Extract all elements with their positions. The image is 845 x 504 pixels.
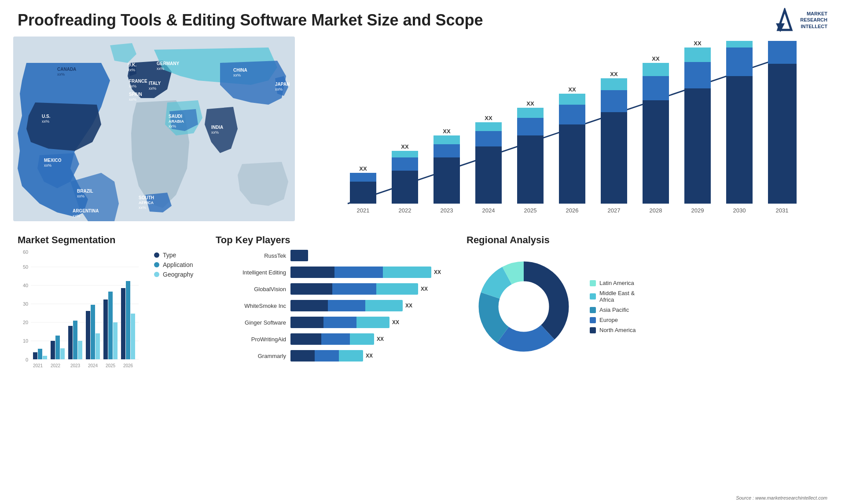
svg-text:10: 10	[23, 338, 28, 343]
reg-legend-label: Latin America	[599, 280, 634, 286]
svg-text:20: 20	[23, 320, 28, 325]
seg-chart-area: 0 10 20 30 40 50 60	[18, 249, 141, 373]
svg-text:2023: 2023	[70, 363, 81, 368]
svg-text:U.S.: U.S.	[42, 114, 51, 119]
svg-rect-62	[601, 78, 627, 90]
logo-area: MARKET RESEARCH INTELLECT	[774, 8, 827, 32]
svg-rect-106	[51, 341, 55, 359]
player-val: XX	[377, 336, 384, 342]
svg-text:2030: 2030	[733, 207, 746, 214]
svg-rect-41	[392, 157, 418, 171]
svg-text:MEXICO: MEXICO	[44, 158, 62, 163]
europe-dot	[590, 317, 596, 323]
svg-text:xx%: xx%	[129, 97, 136, 102]
reg-legend-label: Asia Pacific	[599, 307, 629, 313]
player-bar	[290, 317, 389, 328]
svg-text:ARGENTINA: ARGENTINA	[73, 208, 99, 213]
svg-text:xx%: xx%	[157, 66, 164, 71]
logo-icon	[774, 8, 796, 32]
svg-text:50: 50	[23, 264, 28, 270]
svg-rect-38	[350, 173, 376, 182]
svg-text:2031: 2031	[776, 207, 789, 214]
reg-legend-north-america: North America	[590, 327, 636, 333]
svg-rect-74	[726, 41, 753, 47]
main-content: CANADA xx% U.S. xx% MEXICO xx% BRAZIL xx…	[0, 37, 845, 503]
legend-geography-label: Geography	[163, 271, 193, 278]
players-section: Top Key Players RussTek Intelligent E	[207, 234, 453, 450]
svg-rect-107	[55, 336, 60, 359]
legend-type-label: Type	[163, 252, 176, 259]
svg-text:2022: 2022	[399, 207, 411, 214]
player-bar-wrap: XX	[290, 316, 445, 329]
player-name: ProWritingAid	[216, 336, 286, 343]
svg-rect-70	[684, 47, 711, 62]
svg-text:60: 60	[23, 249, 28, 255]
svg-rect-42	[392, 151, 418, 157]
svg-rect-49	[475, 131, 502, 146]
player-bar	[290, 250, 308, 261]
player-name: GlobalVision	[216, 286, 286, 292]
svg-rect-40	[392, 171, 418, 204]
svg-rect-115	[103, 299, 108, 359]
svg-rect-110	[73, 321, 77, 359]
svg-rect-52	[517, 135, 544, 204]
svg-text:2021: 2021	[357, 207, 370, 214]
svg-text:xx%: xx%	[169, 124, 176, 128]
reg-legend-mea: Middle East &Africa	[590, 290, 636, 303]
svg-rect-46	[434, 135, 460, 144]
svg-rect-120	[131, 314, 135, 359]
svg-rect-57	[559, 105, 585, 124]
player-name: RussTek	[216, 252, 286, 259]
map-section: CANADA xx% U.S. xx% MEXICO xx% BRAZIL xx…	[0, 37, 299, 230]
svg-text:INDIA: INDIA	[211, 125, 223, 130]
svg-rect-77	[768, 41, 797, 64]
player-row: WhiteSmoke Inc XX	[216, 299, 445, 312]
svg-text:xx%: xx%	[42, 119, 49, 124]
svg-rect-117	[113, 322, 118, 359]
reg-legend-asia-pacific: Asia Pacific	[590, 307, 636, 313]
svg-text:xx%: xx%	[139, 205, 146, 210]
svg-text:XX: XX	[443, 128, 451, 135]
svg-rect-66	[643, 63, 669, 76]
regional-title: Regional Analysis	[467, 234, 827, 246]
svg-text:XX: XX	[359, 165, 367, 172]
latin-america-dot	[590, 280, 596, 286]
logo-text: MARKET RESEARCH INTELLECT	[800, 11, 827, 29]
player-bar-wrap: XX	[290, 266, 445, 278]
svg-text:SOUTH: SOUTH	[139, 195, 154, 200]
player-row: Ginger Software XX	[216, 316, 445, 329]
svg-text:0: 0	[26, 357, 28, 362]
player-bar	[290, 267, 431, 278]
legend-type: Type	[154, 252, 193, 259]
legend-geography: Geography	[154, 271, 193, 278]
legend-application: Application	[154, 261, 193, 268]
svg-text:2024: 2024	[482, 207, 495, 214]
svg-text:CANADA: CANADA	[57, 67, 76, 72]
svg-rect-76	[768, 64, 797, 204]
svg-text:XX: XX	[610, 71, 618, 77]
svg-rect-44	[434, 157, 460, 204]
svg-text:xx%: xx%	[77, 194, 84, 198]
svg-rect-112	[86, 311, 90, 359]
svg-text:BRAZIL: BRAZIL	[77, 189, 93, 194]
svg-rect-60	[601, 112, 627, 204]
application-dot	[154, 262, 159, 267]
svg-text:XX: XX	[694, 41, 702, 47]
svg-text:xx%: xx%	[129, 84, 136, 88]
player-bar-wrap: XX	[290, 299, 445, 312]
north-america-dot	[590, 327, 596, 333]
svg-text:JAPAN: JAPAN	[275, 82, 290, 87]
svg-rect-50	[475, 122, 502, 131]
svg-rect-68	[684, 88, 711, 204]
svg-rect-56	[559, 124, 585, 204]
svg-text:XX: XX	[652, 55, 660, 62]
svg-text:2027: 2027	[608, 207, 621, 214]
segmentation-chart-svg: 0 10 20 30 40 50 60	[18, 249, 141, 373]
svg-rect-64	[643, 100, 669, 204]
regional-legend: Latin America Middle East &Africa Asia P…	[590, 280, 636, 333]
svg-rect-73	[726, 47, 753, 76]
world-map-svg: CANADA xx% U.S. xx% MEXICO xx% BRAZIL xx…	[13, 37, 295, 221]
player-bar-wrap	[290, 249, 445, 262]
segmentation-title: Market Segmentation	[18, 234, 194, 246]
svg-text:2025: 2025	[106, 363, 116, 368]
